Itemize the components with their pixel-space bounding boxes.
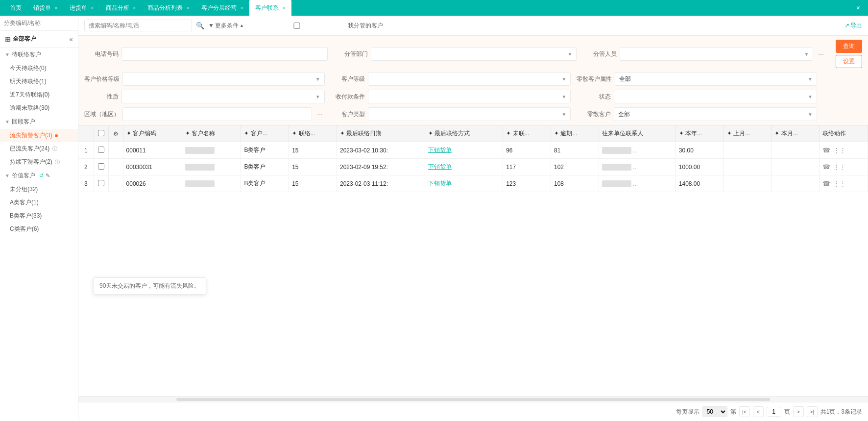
row2-no-contact: 117 [503,159,551,175]
select-all-checkbox[interactable] [98,130,104,136]
nav-tab-jinhuo[interactable]: 进货单 × [64,0,100,16]
nav-tab-xiaohuo[interactable]: 销货单 × [27,0,64,16]
customer-level-arrow-icon: ▼ [561,76,566,82]
page-unit: 页 [784,408,790,416]
all-customers-label[interactable]: 全部客户 [13,35,36,43]
row2-more-icon[interactable]: ⋮⋮ [833,163,846,171]
close-tab-xiaohuo[interactable]: × [54,5,57,11]
last-page-button[interactable]: >| [807,406,818,417]
row3-type: B类客户 [241,175,289,192]
close-window-button[interactable]: × [852,4,864,12]
more-filter-button[interactable]: ▼ 更多条件 ▲ [208,22,244,30]
settings-button[interactable]: 设置 [836,55,862,68]
status-select[interactable]: ▼ [614,90,817,103]
export-button[interactable]: ↗ 导出 [844,22,862,30]
page-number-input[interactable] [767,407,781,417]
refresh-icon[interactable]: ↺ [39,173,44,179]
person-dots-button[interactable]: ··· [816,50,826,58]
nav-home[interactable]: 首页 [4,0,27,16]
price-level-label: 客户价格等级 [84,75,120,83]
sidebar-group-churn[interactable]: ▼ 回顾客户 [0,115,78,129]
filter-status: 状态 ▼ [577,90,817,103]
region-label: 区域（地区） [84,110,120,119]
price-level-select[interactable]: ▼ [122,72,325,86]
nav-tab-customer-contact[interactable]: 客户联系 × [249,0,291,16]
row3-num: 3 [78,175,94,192]
my-customers-checkbox[interactable] [248,23,346,29]
nav-tab-analysis[interactable]: 商品分析 × [100,0,142,16]
scrollbar-track[interactable] [176,398,770,401]
pagination-bar: 每页显示 50 20 100 第 |< < 页 > >| 共1页，3条记录 [78,402,868,421]
col-code: ✦ 客户编码 [123,125,182,142]
sidebar-item-c-class[interactable]: C类客户(6) [0,223,78,236]
sidebar-group-value-label: 价值客户 [12,172,35,180]
prev-page-button[interactable]: < [753,406,764,417]
customer-level-select[interactable]: ▼ [368,72,571,86]
top-nav: 首页 销货单 × 进货单 × 商品分析 × 商品分析列表 × 客户分层经营 × … [0,0,868,16]
row1-phone-icon[interactable]: ☎ [822,147,830,154]
sidebar-item-a-class[interactable]: A类客户(1) [0,196,78,209]
table-row: 1 000011 B类客户 15 2023-03-02 10:30: 下销货单 … [78,142,868,159]
row2-phone-icon[interactable]: ☎ [822,163,830,171]
row2-last-date: 2023-02-09 19:52: [337,159,425,175]
nav-tab-analysis-list[interactable]: 商品分析列表 × [142,0,195,16]
close-tab-analysis-list[interactable]: × [187,5,190,11]
retail-attr-select[interactable]: 全部 ▼ [615,72,817,86]
sidebar-group-pending[interactable]: ▼ 待联络客户 [0,48,78,62]
sidebar-item-already-churn[interactable]: 已流失客户(24) ⓘ [0,142,78,155]
sidebar: 🔍 ⊞ 全部客户 « ▼ 待联络客户 今天待联络(0) 明天待联络(1) 近7天… [0,16,78,421]
search-button[interactable]: 🔍 [196,22,204,29]
row1-checkbox[interactable] [98,147,104,153]
horizontal-scrollbar[interactable] [78,396,868,402]
my-customers-checkbox-label[interactable]: 我分管的客户 [248,22,383,30]
row2-checkbox[interactable] [98,163,104,170]
row1-more-icon[interactable]: ⋮⋮ [833,147,846,154]
query-button[interactable]: 查询 [836,40,862,53]
close-tab-analysis[interactable]: × [133,5,136,11]
sidebar-item-b-class[interactable]: B类客户(33) [0,209,78,223]
first-page-button[interactable]: |< [739,406,750,417]
per-page-select[interactable]: 50 20 100 [702,406,727,417]
close-tab-customer-layer[interactable]: × [240,5,243,11]
per-page-label: 每页显示 [676,408,699,416]
sidebar-search-input[interactable] [4,20,77,26]
filter-row-3: 性质 ▼ 收付款条件 ▼ 状态 [84,90,862,103]
sidebar-item-churn-warning[interactable]: 流失预警客户(3) [0,129,78,142]
nature-select[interactable]: ▼ [121,90,325,103]
nav-tab-customer-layer[interactable]: 客户分层经营 × [195,0,249,16]
col-this-month: ✦ 本月... [772,125,820,142]
close-tab-jinhuo[interactable]: × [91,5,94,11]
row3-phone-icon[interactable]: ☎ [822,180,830,187]
sidebar-group-value[interactable]: ▼ 价值客户 ↺ ✎ [0,169,78,183]
close-tab-customer-contact[interactable]: × [282,5,285,11]
customer-type-select[interactable]: ▼ [368,107,571,121]
dept-arrow-icon: ▼ [567,51,572,57]
filter-customer-level: 客户等级 ▼ [331,72,571,86]
edit-icon[interactable]: ✎ [46,173,50,179]
phone-input[interactable] [121,47,328,61]
row3-more-icon[interactable]: ⋮⋮ [833,180,846,187]
sidebar-item-tomorrow-pending[interactable]: 明天待联络(1) [0,75,78,88]
sidebar-item-declining[interactable]: 持续下滑客户(2) ⓘ [0,155,78,169]
next-page-button[interactable]: > [793,406,804,417]
person-select[interactable]: ▼ [620,47,813,61]
sidebar-item-today-pending[interactable]: 今天待联络(0) [0,62,78,75]
dept-label: 分管部门 [334,50,368,58]
sidebar-collapse-button[interactable]: « [69,35,73,43]
filter-payment: 收付款条件 ▼ [331,90,571,103]
retail-customer-select[interactable]: 全部 ▼ [614,107,817,121]
sidebar-item-7day-pending[interactable]: 近7天待联络(0) [0,88,78,101]
info-icon2: ⓘ [55,159,60,165]
status-label: 状态 [577,93,611,101]
dept-select[interactable]: ▼ [371,47,577,61]
sidebar-item-ungrouped[interactable]: 未分组(32) [0,183,78,196]
filter-customer-type: 客户类型 ▼ [331,107,571,121]
payment-select[interactable]: ▼ [368,90,571,103]
search-input[interactable] [84,20,192,31]
col-settings-icon[interactable]: ⚙ [108,125,123,142]
region-dots-button[interactable]: ··· [315,110,325,118]
filter-retail-attr: 零散客户属性 全部 ▼ [577,72,817,86]
row3-checkbox[interactable] [98,180,104,186]
region-select[interactable] [122,107,312,121]
sidebar-item-overdue-pending[interactable]: 逾期未联络(30) [0,101,78,115]
